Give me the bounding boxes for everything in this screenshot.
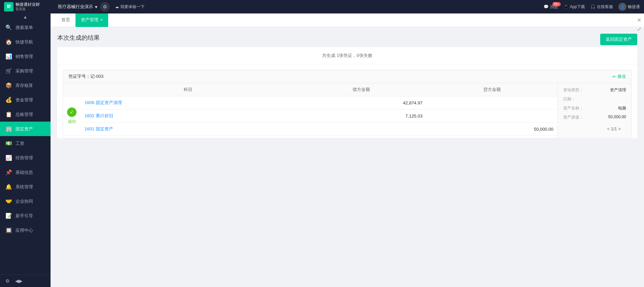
col-credit: 贷方金额 [427, 83, 557, 96]
sidebar-item-inventory[interactable]: 📦 库存核算 [0, 78, 51, 93]
asset-value-value: 50,000.00 [608, 115, 626, 120]
pagination-info: 1/1 [611, 126, 618, 131]
message-icon: 💬 [544, 4, 549, 9]
pagination-prev[interactable]: < [607, 126, 610, 131]
collapse-icon[interactable]: ◀▶ [15, 278, 23, 284]
sidebar-scroll-up[interactable]: ▲ [0, 13, 51, 20]
voucher-header: 凭证字号：记-003 ✏ 修改 [63, 70, 632, 83]
inventory-icon: 📦 [5, 82, 12, 89]
ledger-icon: 📋 [5, 111, 12, 118]
online-service-button[interactable]: 🎧 在线客服 [590, 4, 613, 10]
sidebar-item-ledger[interactable]: 📋 总账管理 [0, 107, 51, 122]
edit-button[interactable]: ✏ 修改 [612, 73, 626, 79]
side-info-asset-name: 资产名称： 电脑 [563, 105, 626, 111]
voucher-section: 凭证字号：记-003 ✏ 修改 科目 [63, 70, 632, 138]
asset-name-value: 电脑 [618, 105, 626, 111]
sidebar-item-basic[interactable]: 📌 基础信息 [0, 165, 51, 180]
experience-button[interactable]: ☁ 我要体验一下 [115, 4, 145, 10]
account-cell-1601[interactable]: 1601 固定资产 [81, 123, 296, 136]
sidebar-label-system: 系统管理 [16, 184, 33, 190]
collab-icon: 🤝 [5, 198, 12, 204]
tab-close-icon[interactable]: × [100, 18, 103, 22]
funds-icon: 💰 [5, 97, 12, 103]
sidebar-item-assets[interactable]: 🏢 固定资产 [0, 122, 51, 136]
settings-icon[interactable]: ⚙ [5, 278, 10, 284]
tab-assets[interactable]: 资产管理 × [75, 13, 108, 27]
sidebar-label-sales: 销售管理 [16, 54, 33, 60]
company-name: 医疗器械行业演示 [58, 4, 93, 10]
result-summary: 共生成 1张凭证，0张失败 [57, 47, 637, 64]
voucher-table: 科目 借方金额 贷方金额 ✓ [63, 83, 557, 136]
logo-icon: 财 [4, 2, 13, 11]
side-info-date: 日期： [563, 96, 626, 102]
sidebar-item-ops[interactable]: 📈 经营管理 [0, 151, 51, 165]
col-account: 科目 [81, 83, 296, 96]
assets-icon: 🏢 [5, 126, 12, 132]
debit-cell-1606: 42,874.97 [296, 96, 426, 109]
company-selector[interactable]: 医疗器械行业演示 ▾ [58, 4, 97, 10]
experience-label: 我要体验一下 [120, 4, 145, 10]
col-status [63, 83, 81, 96]
account-cell-1602[interactable]: 1602 累计折旧 [81, 109, 296, 123]
sidebar-label-ops: 经营管理 [16, 155, 33, 161]
return-button[interactable]: 返回固定资产 [600, 34, 637, 45]
sidebar-item-collab[interactable]: 🤝 企业协同 [0, 194, 51, 209]
logo-area: 财 畅捷通好业财 普及版 [4, 2, 55, 11]
sales-icon: 📊 [5, 53, 12, 60]
credit-cell-1602 [427, 109, 557, 123]
user-menu[interactable]: 👤 畅捷通 [618, 3, 640, 11]
pagination-next[interactable]: > [618, 126, 621, 131]
credit-cell-1606 [427, 96, 557, 109]
apps-icon: 🔲 [5, 227, 12, 233]
account-cell-1606[interactable]: 1606 固定资产清理 [81, 96, 296, 109]
purchase-icon: 🛒 [5, 68, 12, 74]
page-title: 本次生成的结果 [57, 34, 637, 42]
sidebar-item-salary[interactable]: 💵 工资 [0, 136, 51, 151]
message-button[interactable]: 💬 消息 99+ [544, 4, 558, 10]
voucher-side: 变动类型： 资产清理 日期： 资产名称： 电脑 [557, 83, 632, 138]
panel-expand-icon[interactable]: ⤢ [637, 26, 641, 32]
voucher-table-area: 科目 借方金额 贷方金额 ✓ [63, 83, 557, 138]
sidebar-item-search[interactable]: 🔍 搜索菜单 [0, 20, 51, 35]
sidebar-item-sales[interactable]: 📊 销售管理 [0, 49, 51, 64]
headset-icon: 🎧 [590, 4, 595, 9]
phone-icon: 📱 [563, 4, 569, 9]
debit-cell-1601 [296, 123, 426, 136]
col-debit: 借方金额 [296, 83, 426, 96]
tab-home-label: 首页 [61, 17, 70, 23]
user-label: 畅捷通 [628, 4, 640, 10]
sidebar-label-basic: 基础信息 [16, 169, 33, 176]
sidebar-item-quicknav[interactable]: 🏠 快捷导航 [0, 35, 51, 49]
tab-home[interactable]: 首页 [56, 13, 75, 27]
sidebar-item-system[interactable]: 🔔 系统管理 [0, 180, 51, 194]
top-header: 财 畅捷通好业财 普及版 医疗器械行业演示 ▾ ⚙ ☁ 我要体验一下 💬 消息 … [0, 0, 644, 13]
sidebar: ▲ 🔍 搜索菜单 🏠 快捷导航 📊 销售管理 🛒 采购管理 📦 库存核算 💰 资… [0, 13, 51, 287]
panel-close-icon[interactable]: ✕ [637, 17, 641, 23]
tab-assets-label: 资产管理 [81, 17, 98, 23]
sidebar-item-funds[interactable]: 💰 资金管理 [0, 93, 51, 107]
table-row: ✓ 成功 1606 固定资产清理 42,874.97 [63, 96, 557, 109]
pagination[interactable]: < 1/1 > [563, 124, 626, 134]
sidebar-item-purchase[interactable]: 🛒 采购管理 [0, 64, 51, 78]
sidebar-label-quicknav: 快捷导航 [16, 39, 33, 45]
sidebar-item-guide[interactable]: 📝 新手引导 [0, 209, 51, 223]
app-label: App下载 [570, 4, 585, 10]
change-type-value: 资产清理 [610, 87, 626, 93]
change-type-label: 变动类型： [563, 87, 583, 93]
gear-button[interactable]: ⚙ [100, 2, 110, 11]
page-content: 本次生成的结果 返回固定资产 共生成 1张凭证，0张失败 凭证字号：记-003 … [51, 27, 644, 287]
edit-label: 修改 [617, 73, 626, 79]
logo-text: 畅捷通好业财 [16, 2, 40, 7]
sidebar-label-assets: 固定资产 [16, 126, 33, 132]
cloud-icon: ☁ [115, 4, 119, 9]
app-download-button[interactable]: 📱 App下载 [563, 4, 585, 10]
sidebar-label-collab: 企业协同 [16, 198, 33, 204]
voucher-number: 凭证字号：记-003 [68, 73, 103, 79]
sidebar-item-apps[interactable]: 🔲 应用中心 [0, 223, 51, 237]
panel-controls: ✕ ⤢ [637, 17, 641, 32]
basic-icon: 📌 [5, 169, 12, 176]
sidebar-bottom: ⚙ ◀▶ [0, 275, 51, 287]
result-panel: 共生成 1张凭证，0张失败 凭证字号：记-003 ✏ 修改 [57, 47, 637, 138]
salary-icon: 💵 [5, 140, 12, 147]
sidebar-label-purchase: 采购管理 [16, 68, 33, 74]
